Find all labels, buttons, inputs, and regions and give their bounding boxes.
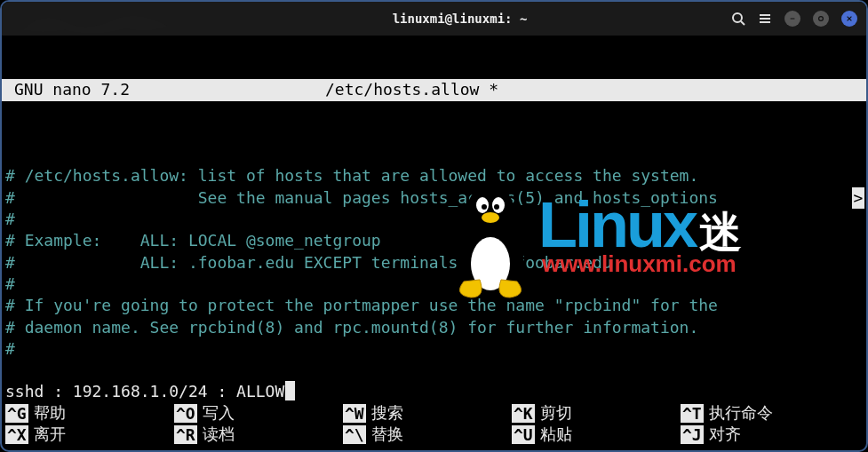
comment-line: # [5,274,15,293]
file-content[interactable]: # /etc/hosts.allow: list of hosts that a… [2,144,866,424]
shortcut-paste[interactable]: ^U粘贴 [512,424,681,445]
shortcut-execute[interactable]: ^T执行命令 [681,402,849,424]
nano-app-name: GNU nano 7.2 [5,79,272,100]
text-cursor [285,381,295,400]
shortcut-exit[interactable]: ^X离开 [5,424,174,445]
shortcut-help[interactable]: ^G帮助 [5,402,174,424]
nano-header: GNU nano 7.2 /etc/hosts.allow * [2,79,866,101]
shortcut-cut[interactable]: ^K剪切 [512,402,681,424]
comment-line: # daemon name. See rpcbind(8) and rpc.mo… [5,318,698,337]
nano-shortcuts: ^G帮助 ^O写入 ^W搜索 ^K剪切 ^T执行命令 ^X离开 ^R读档 ^\替… [2,402,866,445]
svg-point-0 [733,13,742,22]
comment-line: # If you're going to protect the portmap… [5,296,718,314]
shortcut-readfile[interactable]: ^R读档 [174,424,343,445]
svg-point-6 [819,17,824,21]
window-titlebar: linuxmi@linuxmi: ~ [2,2,866,36]
shortcut-row: ^X离开 ^R读档 ^\替换 ^U粘贴 ^J对齐 [2,424,866,445]
nano-editor[interactable]: GNU nano 7.2 /etc/hosts.allow * # /etc/h… [2,36,866,446]
comment-line: # [5,210,15,228]
search-icon[interactable] [731,12,745,26]
maximize-button[interactable] [813,11,829,27]
rule-line: sshd : 192.168.1.0/24 : ALLOW [5,382,284,400]
comment-line: # Example: ALL: LOCAL @some_netgroup [5,231,381,250]
nano-file-path: /etc/hosts.allow * [272,79,863,100]
shortcut-justify[interactable]: ^J对齐 [681,424,849,445]
minimize-button[interactable] [784,11,800,27]
close-button[interactable] [841,11,857,27]
shortcut-writeout[interactable]: ^O写入 [174,402,343,424]
comment-line: # See the manual pages hosts_access(5) a… [5,188,718,207]
line-continuation-marker: > [852,187,864,209]
shortcut-search[interactable]: ^W搜索 [343,402,512,424]
kali-dragon-bg [20,7,171,34]
comment-line: # [5,339,15,358]
shortcut-replace[interactable]: ^\替换 [343,424,512,445]
comment-line: # ALL: .foobar.edu EXCEPT terminalserver… [5,253,612,272]
window-title: linuxmi@linuxmi: ~ [393,12,528,26]
menu-icon[interactable] [758,12,772,26]
titlebar-controls [731,11,857,27]
svg-line-1 [741,21,745,25]
comment-line: # /etc/hosts.allow: list of hosts that a… [5,166,698,185]
shortcut-row: ^G帮助 ^O写入 ^W搜索 ^K剪切 ^T执行命令 [2,402,866,424]
